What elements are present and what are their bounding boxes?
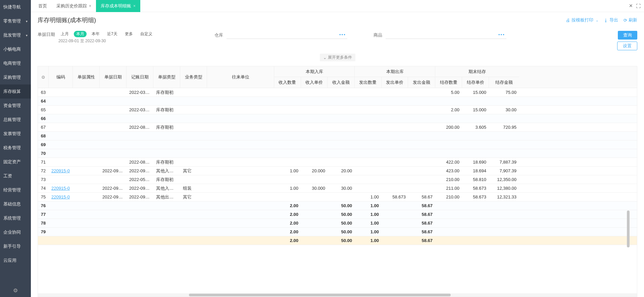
col-acc-date: 记账日期 [127,66,153,88]
close-icon[interactable]: × [629,2,633,9]
table-cell: 其它 [180,168,207,174]
sidebar-item-label: 经营管理 [3,187,21,193]
sidebar-item-3[interactable]: 小畅电商 [0,42,31,56]
sidebar-item-0[interactable]: 快捷导航 [0,0,31,14]
table-cell: 50.00 [328,221,355,226]
sidebar-item-12[interactable]: 工资 [0,169,31,183]
table-cell: 30.000 [301,186,328,191]
sidebar-item-14[interactable]: 基础信息 [0,197,31,211]
table-cell: 20.000 [301,168,328,173]
sidebar-item-11[interactable]: 固定资产 [0,155,31,169]
sidebar-item-7[interactable]: 资金管理 [0,99,31,113]
table-header: ⚙ 编码 单据属性 单据日期 记账日期 单据类型 业务类型 往来单位 本期入库 … [38,66,637,88]
table-cell: 1.00 [355,238,382,243]
sidebar-item-label: 库存核算 [3,88,21,95]
sidebar-item-4[interactable]: 电商管理 [0,56,31,70]
table-cell: 1.00 [274,168,301,173]
sidebar-item-5[interactable]: 采购管理 [0,70,31,84]
table-cell: 77 [38,212,49,217]
table-cell: 库存期初 [153,124,180,130]
scrollbar-thumb[interactable] [189,294,451,296]
tab-1[interactable]: 采购历史价跟踪× [52,0,96,12]
table-cell[interactable]: 220915-0 [49,186,73,191]
col-bill-type: 单据类型 [153,66,180,88]
table-cell: 422.00 [435,160,462,165]
table-cell: 72 [38,168,49,173]
expand-conditions-button[interactable]: ⌄展开更多条件 [320,54,355,61]
sidebar-item-16[interactable]: 企业协同 [0,225,31,239]
gear-icon: ⚙ [13,288,18,293]
table-cell: 2022-09-15 [100,194,127,199]
expand-icon[interactable]: ⛶ [636,3,641,9]
sidebar-item-1[interactable]: 零售管理▾ [0,14,31,28]
table-cell: 423.00 [435,168,462,173]
sidebar-item-label: 固定资产 [3,159,21,165]
date-range-option[interactable]: 更多 [122,31,135,37]
table-row: 74220915-02022-09-152022-09-15其他入库单组装1.0… [38,184,637,193]
table-row: 66 [38,114,637,123]
more-icon[interactable]: ••• [498,32,505,37]
sidebar-item-label: 采购管理 [3,74,21,80]
table-cell: 2.00 [274,238,301,243]
more-icon[interactable]: ••• [339,32,346,37]
close-icon[interactable]: × [133,4,136,8]
table-cell: 58.673 [462,194,489,199]
vertical-scrollbar-thumb[interactable] [627,211,630,247]
date-range-option[interactable]: 自定义 [138,31,155,37]
warehouse-input[interactable]: ••• [227,31,347,39]
table-cell: 200.00 [435,125,462,130]
sidebar-item-15[interactable]: 系统管理 [0,211,31,225]
table-cell: 50.00 [328,238,355,243]
table-cell: 79 [38,229,49,234]
date-range-option[interactable]: 本月 [74,31,87,37]
table-cell: 63 [38,90,49,95]
table-row: 2.0050.001.0058.67 [38,236,637,245]
column-settings-icon[interactable]: ⚙ [38,66,49,88]
table-cell: 2.00 [274,203,301,208]
col-attr: 单据属性 [73,66,100,88]
sidebar-item-9[interactable]: 发票管理 [0,127,31,141]
sidebar-item-label: 批发管理 [3,32,21,38]
table-cell: 7,907.39 [489,168,519,173]
table-cell: 58.810 [462,177,489,182]
refresh-icon: ⟳ [624,18,627,23]
close-icon[interactable]: × [89,4,91,8]
horizontal-scrollbar[interactable] [38,293,637,297]
sidebar-item-label: 电商管理 [3,60,21,66]
product-input[interactable]: ••• [386,31,506,39]
sidebar-item-10[interactable]: 税务管理 [0,141,31,155]
table-cell: 其他入库单 [153,168,180,174]
sidebar-item-2[interactable]: 批发管理▾ [0,28,31,42]
table-cell: 1.00 [355,194,382,199]
sidebar-item-18[interactable]: 云应用 [0,253,31,268]
table-cell: 其它 [180,194,207,200]
table-cell: 12,321.33 [489,194,519,199]
table-cell[interactable]: 220915-0 [49,194,73,199]
chevron-down-icon: ⌄ [596,18,598,22]
table-row: 672022-08-08库存期初200.003.605720.95 [38,123,637,132]
query-button[interactable]: 查询 [618,31,637,40]
sidebar-settings[interactable]: ⚙ [0,284,31,297]
export-button[interactable]: ⭳导出 [604,17,618,23]
date-range-option[interactable]: 本年 [89,31,102,37]
table-cell: 64 [38,99,49,104]
refresh-button[interactable]: ⟳刷新 [624,17,637,23]
tab-0[interactable]: 首页 [34,0,52,12]
tab-2[interactable]: 库存成本明细账× [96,0,140,12]
date-range-option[interactable]: 上月 [58,31,71,37]
date-label: 单据日期 [38,31,55,44]
tab-label: 库存成本明细账 [101,3,131,9]
data-table: ⚙ 编码 单据属性 单据日期 记账日期 单据类型 业务类型 往来单位 本期入库 … [38,66,637,297]
table-cell: 58.67 [408,221,435,226]
settings-button[interactable]: 设置 [617,42,637,50]
sidebar-item-6[interactable]: 库存核算 [0,84,31,99]
date-range-display: 2022-09-01 至 2022-09-30 [58,38,155,44]
sidebar-item-8[interactable]: 总账管理 [0,113,31,127]
table-cell: 67 [38,125,49,130]
table-cell: 74 [38,186,49,191]
print-template-button[interactable]: 🖨按模板打印⌄ [566,17,598,23]
table-cell[interactable]: 220915-0 [49,168,73,173]
date-range-option[interactable]: 近7天 [105,31,120,37]
sidebar-item-17[interactable]: 新手引导 [0,239,31,253]
sidebar-item-13[interactable]: 经营管理 [0,183,31,197]
